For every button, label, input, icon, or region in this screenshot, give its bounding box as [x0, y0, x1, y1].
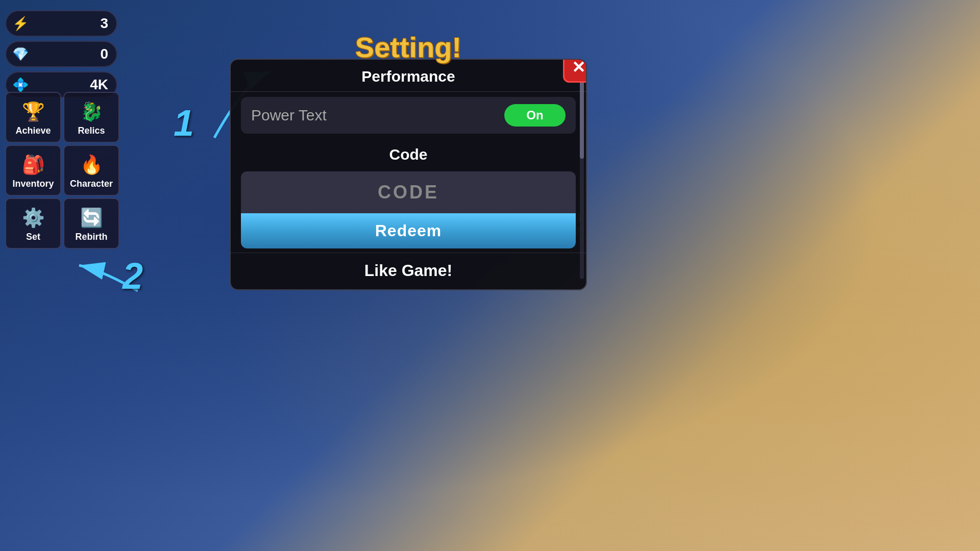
code-input[interactable]: [241, 171, 576, 213]
performance-section-title: Performance: [231, 60, 586, 92]
energy-value: 3: [100, 15, 108, 32]
close-icon: ✕: [572, 59, 585, 77]
modal-body: ✕ Performance Power Text On Code Redeem …: [230, 59, 587, 290]
character-label: Character: [70, 179, 113, 189]
rebirth-button[interactable]: 🔄 Rebirth: [63, 198, 119, 249]
set-button[interactable]: ⚙️ Set: [5, 198, 61, 249]
power-text-toggle[interactable]: On: [504, 104, 566, 127]
annotation-1: 1: [174, 102, 194, 144]
like-game-text: Like Game!: [231, 261, 586, 280]
power-text-label: Power Text: [251, 107, 327, 124]
character-button[interactable]: 🔥 Character: [63, 145, 119, 196]
gems-value: 0: [100, 46, 108, 62]
gems-icon: 💎: [11, 45, 30, 63]
crystals-icon: 💠: [11, 76, 30, 94]
like-game-section: Like Game!: [231, 253, 586, 289]
energy-icon: ⚡: [11, 14, 30, 33]
achieve-button[interactable]: 🏆 Achieve: [5, 92, 61, 143]
relics-icon: 🐉: [80, 101, 103, 122]
rebirth-label: Rebirth: [76, 232, 108, 242]
crystals-value: 4K: [90, 77, 108, 93]
relics-button[interactable]: 🐉 Relics: [63, 92, 119, 143]
close-button[interactable]: ✕: [563, 59, 587, 83]
achieve-label: Achieve: [15, 126, 51, 136]
code-input-area: Redeem: [241, 171, 576, 248]
settings-modal: Setting! ✕ Performance Power Text On Cod…: [230, 31, 587, 290]
scrollbar-thumb: [580, 75, 584, 159]
modal-title: Setting!: [230, 31, 587, 64]
hud-grid-buttons: 🏆 Achieve 🐉 Relics 🎒 Inventory 🔥 Charact…: [5, 92, 119, 249]
code-section-title: Code: [231, 139, 586, 168]
redeem-button[interactable]: Redeem: [241, 213, 576, 248]
character-icon: 🔥: [80, 154, 103, 176]
gems-bar: 💎 0: [5, 41, 117, 67]
set-label: Set: [26, 232, 40, 242]
hud-stats: ⚡ 3 💎 0 💠 4K: [5, 10, 117, 98]
annotation-2: 2: [122, 255, 143, 297]
inventory-label: Inventory: [12, 179, 54, 189]
energy-bar: ⚡ 3: [5, 10, 117, 37]
power-text-row: Power Text On: [241, 97, 576, 134]
modal-scrollbar[interactable]: [580, 70, 584, 279]
relics-label: Relics: [78, 126, 105, 136]
inventory-button[interactable]: 🎒 Inventory: [5, 145, 61, 196]
rebirth-icon: 🔄: [80, 207, 103, 229]
set-icon: ⚙️: [22, 207, 45, 229]
achieve-icon: 🏆: [22, 101, 45, 122]
inventory-icon: 🎒: [22, 154, 45, 176]
